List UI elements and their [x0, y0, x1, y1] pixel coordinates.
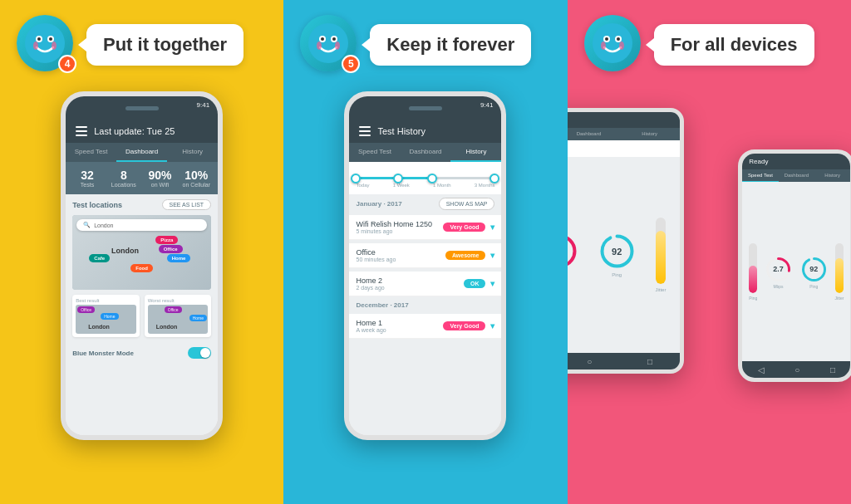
phone-small-gauge-circle-2: 92 [799, 255, 829, 284]
back-icon-small[interactable]: ◁ [758, 365, 765, 374]
slider-thumb-3months[interactable] [489, 174, 499, 183]
best-result-card: Best result Office Home London [72, 295, 140, 337]
stat-wifi: 90% on Wifi [142, 169, 179, 188]
tablet-bottom-nav: ◁ ○ □ [568, 353, 681, 369]
phone-small-tab-speed[interactable]: Speed Test [742, 169, 778, 182]
dashboard-stats: 32 Tests 8 Locations 90% on Wifi 10% on … [66, 162, 218, 194]
svg-point-11 [332, 37, 336, 41]
tablet-gauge-2: 92 Ping [598, 232, 636, 277]
tablet-gauge-value-2: 92 [612, 247, 622, 257]
tablet-vbar-2: Jitter [655, 218, 666, 292]
svg-point-18 [617, 37, 620, 41]
results-section: Best result Office Home London Worst res… [72, 295, 211, 337]
slider-thumb-month[interactable] [427, 174, 437, 183]
chevron-icon-3[interactable]: ▾ [490, 279, 494, 288]
phone-speaker-2 [409, 106, 442, 110]
svg-point-10 [321, 37, 324, 41]
svg-point-17 [605, 37, 608, 41]
section-header: Test locations SEE AS LIST [66, 194, 218, 215]
badge-2: 5 [342, 55, 360, 73]
tablet-header: Ready [568, 112, 681, 128]
slider-thumb-today[interactable] [351, 174, 361, 183]
tab-history-1[interactable]: History [167, 143, 218, 162]
phone-small-header: Ready [742, 154, 850, 169]
svg-point-14 [593, 23, 632, 63]
map-search[interactable]: 🔍 London [76, 219, 207, 231]
tab-speed-test-1[interactable]: Speed Test [66, 143, 116, 162]
history-item-home2: Home 2 2 days ago OK ▾ [349, 272, 501, 296]
phone-small-vbar-2: Jitter [835, 243, 844, 301]
history-item-home1: Home 1 A week ago Very Good ▾ [349, 314, 501, 339]
svg-point-13 [335, 42, 340, 50]
app-tabs-2: Speed Test Dashboard History [349, 143, 501, 162]
phone-top-bar-2: 9:41 [349, 96, 501, 120]
tab-dashboard-1[interactable]: Dashboard [116, 143, 167, 162]
chevron-icon-2[interactable]: ▾ [490, 251, 494, 260]
phone-small-gauge-value-1: 2.7 [773, 265, 784, 273]
blue-monster-section: Blue Monster Mode [66, 342, 218, 364]
time-slider[interactable] [356, 177, 494, 179]
tablet-gauge-circle-2: 92 [598, 232, 636, 270]
mascot-3 [584, 15, 644, 75]
mascot-circle-3 [584, 15, 641, 71]
app-title-2: Test History [377, 126, 425, 136]
map-area: 🔍 London Pizza Office Home Cafe Food Lon… [72, 215, 211, 290]
december-header: December · 2017 [349, 298, 501, 312]
stat-tests: 32 Tests [69, 169, 106, 188]
home-icon-small[interactable]: ○ [794, 365, 799, 374]
app-tabs-1: Speed Test Dashboard History [66, 143, 218, 162]
map-label-pizza: Pizza [155, 236, 178, 244]
see-as-list-button[interactable]: SEE AS LIST [162, 199, 212, 210]
recent-icon-tablet[interactable]: □ [647, 357, 652, 366]
panel-header-1: 4 Put it together [0, 0, 283, 83]
map-label-office: Office [159, 245, 183, 253]
phone-small-gauge-2: 92 Ping [799, 255, 829, 289]
search-icon: 🔍 [83, 222, 91, 228]
tab-history-2[interactable]: History [450, 143, 501, 162]
phone-small-gauge-1: 2.7 Mbps [764, 255, 793, 289]
panel-keep-forever: 5 Keep it forever 9:41 Test H [283, 0, 567, 504]
app-header-1: Last update: Tue 25 [66, 120, 218, 143]
blue-monster-label: Blue Monster Mode [72, 350, 134, 357]
hamburger-menu-2[interactable] [359, 126, 371, 136]
map-label-cafe: Cafe [89, 254, 110, 262]
phone-2: 9:41 Test History Speed Test Dashboard H… [344, 91, 506, 440]
tablet-gauge-area: Ping 4.5 Mbps [568, 157, 681, 353]
panel-title-3: For all devices [671, 34, 798, 55]
panel-header-3: For all devices [568, 0, 851, 83]
time-slider-area: Today 1 Week 1 Month 3 Months [349, 162, 501, 194]
tab-speed-test-2[interactable]: Speed Test [349, 143, 400, 162]
phone-top-bar-1: 9:41 [66, 96, 218, 120]
worst-result-card: Worst result Office Home London [145, 295, 212, 337]
badge-very-good-1: Very Good [443, 223, 485, 232]
panel-title-2: Keep it forever [386, 34, 514, 55]
phone-speaker-1 [125, 106, 159, 110]
phone-small-gauge-value-2: 92 [809, 265, 818, 273]
phone-screen-2: Test History Speed Test Dashboard Histor… [349, 120, 501, 435]
svg-point-5 [33, 42, 38, 50]
phone-small-tab-history[interactable]: History [814, 169, 850, 182]
phone-small-tab-dashboard[interactable]: Dashboard [779, 169, 814, 182]
blue-monster-toggle[interactable] [188, 347, 211, 359]
app-header-2: Test History [349, 120, 501, 143]
chevron-icon-4[interactable]: ▾ [490, 321, 494, 330]
tablet-tabs: Speed Test Dashboard History [568, 128, 681, 140]
title-bubble-3: For all devices [654, 24, 814, 66]
tablet-tab-dashboard[interactable]: Dashboard [568, 128, 619, 140]
show-as-map-button[interactable]: SHOW AS MAP [439, 198, 495, 210]
phone-small-bottom-nav: ◁ ○ □ [742, 361, 850, 378]
mascot-2: 5 [300, 15, 360, 75]
phone-small-gauge-area: Ping 2.7 Mbps [742, 182, 850, 361]
home-icon-tablet[interactable]: ○ [587, 357, 592, 366]
history-item-office: Office 50 minutes ago Awesome ▾ [349, 243, 501, 268]
tab-dashboard-2[interactable]: Dashboard [400, 143, 450, 162]
slider-labels: Today 1 Week 1 Month 3 Months [356, 183, 494, 188]
tablet-tab-history[interactable]: History [619, 128, 680, 140]
tablet-gauge-1: 4.5 Mbps [568, 232, 578, 277]
slider-thumb-week[interactable] [393, 174, 403, 183]
tablet-vbar-fill-2 [656, 231, 666, 284]
title-bubble-2: Keep it forever [370, 24, 531, 66]
hamburger-menu-1[interactable] [76, 126, 87, 136]
chevron-icon-1[interactable]: ▾ [490, 223, 494, 232]
recent-icon-small[interactable]: □ [830, 365, 835, 374]
